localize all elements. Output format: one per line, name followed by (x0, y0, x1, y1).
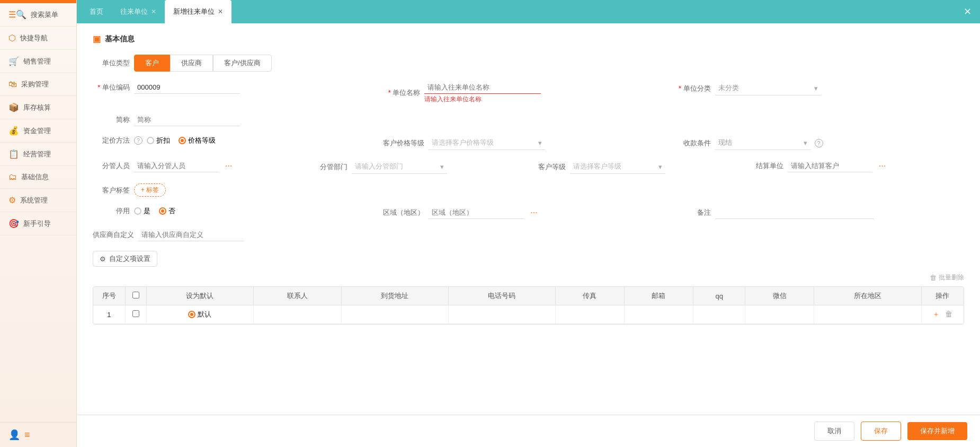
manager-input[interactable] (134, 160, 219, 172)
batch-delete-label[interactable]: 批量删除 (939, 273, 964, 282)
row-select-checkbox[interactable] (132, 310, 139, 317)
collection-help[interactable]: ? (815, 139, 823, 147)
unit-code-label: 单位编码 (93, 83, 130, 92)
disable-group: 停用 是 否 (93, 206, 383, 216)
search-icon: ☰🔍 (8, 10, 26, 20)
disable-no-radio[interactable]: 否 (159, 206, 175, 216)
customer-level-select[interactable]: 请选择客户等级 ▾ (570, 160, 665, 174)
level-radio-circle (179, 137, 186, 144)
sidebar-item-basic-info[interactable]: 🗂 基础信息 (0, 166, 76, 189)
sidebar-item-sales[interactable]: 🛒 销售管理 (0, 50, 76, 73)
unit-name-group: 单位名称 请输入往来单位名称 (383, 81, 673, 104)
inventory-icon: 📦 (8, 102, 19, 112)
supplier-custom-group: 供应商自定义 (93, 229, 964, 241)
remark-input[interactable] (715, 206, 874, 219)
pricing-level-radio[interactable]: 价格等级 (179, 136, 216, 145)
dept-select[interactable]: 请输入分管部门 ▾ (352, 160, 447, 174)
default-label: 默认 (198, 310, 211, 319)
region-more-icon[interactable]: ··· (528, 208, 539, 217)
unit-name-input[interactable] (424, 81, 541, 94)
sidebar-item-purchase[interactable]: 🛍 采购管理 (0, 73, 76, 96)
row-default-radio[interactable]: 默认 (152, 310, 248, 319)
system-icon: ⚙ (8, 195, 16, 205)
manager-dept-row: 分管人员 ··· 分管部门 请输入分管部门 ▾ 客户等级 请选择客户等级 ▾ 结… (93, 160, 964, 174)
main-area: 首页 往来单位 ✕ 新增往来单位 ✕ ✕ ▣ 基本信息 单位类型 客户 供应商 … (77, 0, 980, 447)
col-wechat: 微信 (745, 287, 814, 305)
sidebar-item-finance[interactable]: 💰 资金管理 (0, 119, 76, 143)
settlement-unit-label: 结算单位 (746, 161, 783, 171)
settlement-unit-group: 结算单位 ··· (746, 160, 964, 172)
unit-btn-supplier[interactable]: 供应商 (170, 55, 213, 72)
code-name-category-row: 单位编码 单位名称 请输入往来单位名称 单位分类 未分类 ▾ (93, 81, 964, 104)
unit-btn-customer[interactable]: 客户 (134, 55, 170, 72)
purchase-icon: 🛍 (8, 80, 17, 89)
tab-new-contact[interactable]: 新增往来单位 ✕ (165, 0, 231, 23)
select-all-checkbox[interactable] (132, 292, 139, 299)
unit-category-select[interactable]: 未分类 ▾ (715, 81, 821, 95)
remark-group: 备注 (674, 206, 964, 219)
tab-bar: 首页 往来单位 ✕ 新增往来单位 ✕ ✕ (77, 0, 980, 23)
unit-type-label: 单位类型 (93, 58, 130, 68)
manager-group: 分管人员 ··· (93, 160, 310, 172)
settlement-unit-input[interactable] (788, 160, 872, 172)
tab-new-contact-close[interactable]: ✕ (218, 8, 223, 15)
save-and-new-button[interactable]: 保存并新增 (907, 422, 967, 440)
sidebar-item-tutorial[interactable]: 🎯 新手引导 (0, 212, 76, 235)
customer-price-select[interactable]: 请选择客户价格等级 ▾ (429, 136, 545, 150)
sidebar-bottom: 👤 ≡ (0, 422, 76, 447)
collection-condition-label: 收款条件 (674, 138, 711, 148)
yes-label: 是 (144, 206, 150, 216)
dept-label: 分管部门 (310, 162, 348, 172)
cancel-button[interactable]: 取消 (814, 422, 854, 441)
sidebar-item-label: 销售管理 (23, 57, 51, 66)
add-tag-button[interactable]: + 标签 (134, 183, 166, 197)
col-address: 到货地址 (341, 287, 448, 305)
save-button[interactable]: 保存 (861, 422, 901, 441)
unit-btn-both[interactable]: 客户/供应商 (213, 55, 272, 72)
tab-home[interactable]: 首页 (81, 0, 112, 23)
tab-contacts[interactable]: 往来单位 ✕ (112, 0, 165, 23)
pricing-method-help[interactable]: ? (134, 136, 142, 145)
col-contact: 联系人 (253, 287, 341, 305)
basicinfo-icon: 🗂 (8, 172, 17, 182)
col-fax: 传真 (555, 287, 624, 305)
manager-more-icon[interactable]: ··· (223, 161, 234, 171)
close-all-tabs-button[interactable]: ✕ (959, 4, 976, 20)
custom-settings-button[interactable]: ⚙ 自定义项设置 (93, 251, 157, 267)
row-action: ＋ 🗑 (921, 305, 964, 324)
sidebar-item-label: 资金管理 (23, 126, 51, 136)
collection-condition-select[interactable]: 现结 ▾ (715, 136, 810, 150)
sidebar-item-inventory[interactable]: 📦 库存核算 (0, 96, 76, 119)
col-phone: 电话号码 (448, 287, 555, 305)
short-name-input[interactable] (134, 113, 240, 126)
sidebar-item-quick-nav[interactable]: ⬡ 快捷导航 (0, 27, 76, 50)
pricing-radio-group: 折扣 价格等级 (147, 136, 216, 145)
sidebar-item-label: 系统管理 (20, 196, 48, 205)
sales-icon: 🛒 (8, 56, 19, 66)
sidebar-item-search[interactable]: ☰🔍 搜索菜单 (0, 3, 76, 27)
unit-type-buttons: 客户 供应商 客户/供应商 (134, 55, 272, 72)
unit-name-label: 单位名称 (383, 88, 420, 98)
collection-condition-value: 现结 (718, 138, 732, 147)
contact-table: 序号 设为默认 联系人 到货地址 电话号码 传真 邮箱 qq 微信 所在地区 (93, 286, 964, 325)
disable-label: 停用 (93, 206, 130, 216)
pricing-discount-radio[interactable]: 折扣 (147, 136, 170, 145)
disable-region-row: 停用 是 否 区域（地区） ··· 备注 (93, 206, 964, 219)
settlement-more-icon[interactable]: ··· (877, 161, 888, 171)
row-no: 1 (93, 305, 125, 324)
supplier-custom-input[interactable] (138, 229, 244, 241)
tutorial-icon: 🎯 (8, 218, 19, 229)
sidebar-item-operations[interactable]: 📋 经营管理 (0, 143, 76, 166)
add-row-icon[interactable]: ＋ (932, 310, 940, 318)
tab-contacts-label: 往来单位 (120, 7, 148, 16)
unit-code-input[interactable] (134, 81, 240, 94)
sidebar-item-label: 搜索菜单 (31, 10, 58, 20)
tab-contacts-close[interactable]: ✕ (151, 8, 156, 15)
delete-row-icon[interactable]: 🗑 (945, 310, 952, 318)
region-input[interactable] (429, 206, 524, 219)
manager-label: 分管人员 (93, 161, 130, 171)
sidebar-item-system[interactable]: ⚙ 系统管理 (0, 189, 76, 212)
sidebar-item-label: 采购管理 (21, 80, 49, 89)
disable-yes-radio[interactable]: 是 (134, 206, 150, 216)
finance-icon: 💰 (8, 126, 19, 136)
